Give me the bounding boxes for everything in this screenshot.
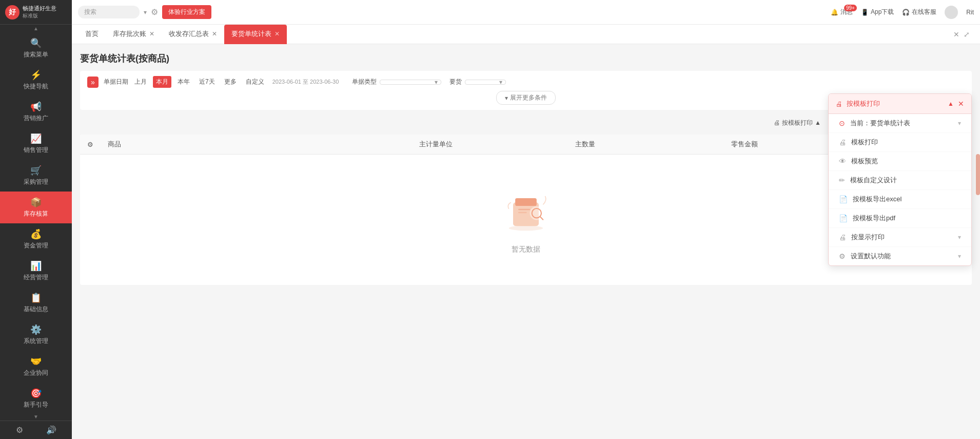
cart-icon: 🛒 — [30, 165, 42, 176]
tab-close-all-icon[interactable]: ✕ — [953, 30, 959, 39]
dropdown-template-pdf[interactable]: 📄 按模板导出pdf — [829, 209, 971, 228]
print-icon: 🖨 — [774, 119, 780, 126]
dropdown-template-excel[interactable]: 📄 按模板导出excel — [829, 190, 971, 209]
app-logo-icon: 好 — [5, 5, 19, 20]
display-print-arrow-icon: ▾ — [958, 234, 961, 241]
dropdown-current-inner: ⊙ 当前：要货单统计表 — [839, 119, 910, 128]
filter-last-month[interactable]: 上月 — [131, 76, 150, 88]
dropdown-template-preview[interactable]: 👁 模板预览 — [829, 152, 971, 171]
dropdown-display-print[interactable]: 🖨 按显示打印 ▾ — [829, 228, 971, 247]
topbar-gear-icon[interactable]: ⚙ — [151, 7, 158, 17]
tab-inventory-batch-close[interactable]: ✕ — [149, 30, 154, 37]
filter-current-year[interactable]: 本年 — [174, 76, 193, 88]
sidebar-nav: 🔍 搜索菜单 ⚡ 快捷导航 📢 营销推广 📈 销售管理 🛒 采购管理 📦 库存核… — [0, 32, 72, 413]
dropdown-template-print[interactable]: 🖨 模板打印 — [829, 133, 971, 152]
sidebar-item-enterprise[interactable]: 🤝 企业协同 — [0, 351, 72, 383]
excel-icon: 📄 — [839, 195, 848, 203]
phone-icon: 📱 — [861, 9, 869, 16]
sidebar-item-sales[interactable]: 📈 销售管理 — [0, 128, 72, 160]
sidebar-item-newguide[interactable]: 🎯 新手引导 — [0, 383, 72, 413]
empty-text: 暂无数据 — [512, 245, 540, 254]
app-label: App下载 — [871, 8, 894, 16]
sidebar-item-operation[interactable]: 📊 经营管理 — [0, 255, 72, 287]
right-scrollbar[interactable] — [976, 154, 980, 195]
app-name-block: 畅捷通好生意 标准版 — [23, 5, 56, 19]
sidebar-bottom: ⚙ 🔊 — [0, 421, 72, 439]
settings-bottom-icon[interactable]: ⚙ — [16, 425, 23, 435]
avatar[interactable] — [945, 6, 958, 19]
tab-label: 要货单统计表 — [231, 29, 271, 39]
main-area: 搜索 ▾ ⚙ 体验行业方案 🔔 消息 99+ 📱 App下载 🎧 在线客服 Ri… — [72, 0, 980, 439]
sidebar-item-inventory[interactable]: 📦 库存核算 — [0, 192, 72, 223]
printer-header-icon: 🖨 — [836, 100, 842, 108]
dropdown-popup-title: 🖨 按模板打印 — [836, 99, 880, 108]
tab-order-stats-close[interactable]: ✕ — [275, 30, 280, 37]
filter-expand-btn[interactable]: » — [87, 77, 99, 88]
service-label: 在线客服 — [912, 8, 936, 16]
chevron-down-icon: ▾ — [435, 79, 438, 86]
expand-more-btn[interactable]: ▾ 展开更多条件 — [496, 91, 556, 105]
topbar-msg[interactable]: 🔔 消息 99+ — [831, 8, 853, 16]
sidebar-item-purchase[interactable]: 🛒 采购管理 — [0, 160, 72, 192]
sidebar-item-system[interactable]: ⚙️ 系统管理 — [0, 319, 72, 351]
msg-badge: 99+ — [844, 5, 857, 11]
sidebar-item-basic[interactable]: 📋 基础信息 — [0, 287, 72, 319]
tab-resize-controls: ✕ ⤢ — [949, 30, 974, 39]
printer-icon: 🖨 — [839, 138, 846, 146]
filter-more-date[interactable]: 更多 — [221, 76, 240, 88]
filter-custom-date[interactable]: 自定义 — [243, 76, 267, 88]
industry-btn[interactable]: 体验行业方案 — [162, 5, 211, 19]
sidebar-item-finance[interactable]: 💰 资金管理 — [0, 223, 72, 255]
sidebar-item-quicknav[interactable]: ⚡ 快捷导航 — [0, 64, 72, 96]
pdf-icon: 📄 — [839, 214, 848, 222]
handshake-icon: 🤝 — [30, 356, 42, 367]
dropdown-set-default-inner: ⚙ 设置默认功能 — [839, 252, 891, 261]
filter-last7days[interactable]: 近7天 — [196, 76, 218, 88]
tab-collection-summary[interactable]: 收发存汇总表 ✕ — [162, 25, 224, 44]
app-version: 标准版 — [23, 12, 56, 20]
tab-collection-summary-close[interactable]: ✕ — [212, 30, 217, 37]
tab-home[interactable]: 首页 — [78, 25, 106, 44]
topbar-app-download[interactable]: 📱 App下载 — [861, 8, 894, 16]
topbar-right: 🔔 消息 99+ 📱 App下载 🎧 在线客服 Rit — [831, 6, 974, 19]
svg-point-0 — [509, 225, 543, 231]
tab-home-label: 首页 — [85, 29, 99, 39]
chart-icon: 📈 — [30, 133, 42, 144]
bar-chart-icon: 📊 — [30, 260, 42, 272]
col-unit-header: 主计量单位 — [419, 140, 575, 149]
col-settings-header[interactable]: ⚙ — [87, 141, 108, 148]
dropdown-close-icon[interactable]: ✕ — [958, 100, 964, 108]
sound-bottom-icon[interactable]: 🔊 — [46, 425, 56, 435]
print-btn[interactable]: 🖨 按模板打印 ▲ — [770, 117, 825, 129]
eye-icon: 👁 — [839, 157, 846, 165]
sidebar-item-label: 系统管理 — [24, 337, 48, 346]
filter-current-month[interactable]: 本月 — [153, 76, 171, 88]
sidebar: 好 畅捷通好生意 标准版 ▲ 🔍 搜索菜单 ⚡ 快捷导航 📢 营销推广 📈 销售… — [0, 0, 72, 439]
sidebar-scroll-down[interactable]: ▼ — [0, 413, 72, 421]
print-dropdown-popup: 🖨 按模板打印 ▲ ✕ ⊙ 当前：要货单统计表 ▾ 🖨 模板打印 — [828, 93, 972, 266]
dropdown-template-design[interactable]: ✏ 模板自定义设计 — [829, 171, 971, 190]
dropdown-set-default-label: 设置默认功能 — [851, 252, 891, 261]
sidebar-item-label: 库存核算 — [24, 209, 48, 218]
filter-type-select[interactable]: ▾ — [380, 80, 441, 85]
dropdown-template-pdf-label: 按模板导出pdf — [853, 214, 895, 223]
tab-order-stats[interactable]: 要货单统计表 ✕ — [224, 25, 287, 44]
tab-inventory-batch[interactable]: 库存批次账 ✕ — [106, 25, 162, 44]
topbar-service[interactable]: 🎧 在线客服 — [902, 8, 936, 16]
sidebar-scroll-up[interactable]: ▲ — [0, 25, 72, 32]
filter-yaohuo-select[interactable]: ▾ — [465, 80, 506, 85]
dropdown-template-print-label: 模板打印 — [851, 138, 878, 147]
sidebar-item-search[interactable]: 🔍 搜索菜单 — [0, 32, 72, 64]
topbar-dropdown-icon[interactable]: ▾ — [144, 9, 147, 16]
sidebar-item-marketing[interactable]: 📢 营销推广 — [0, 96, 72, 128]
svg-rect-6 — [518, 209, 530, 211]
topbar-search[interactable]: 搜索 — [78, 6, 140, 18]
dropdown-template-design-label: 模板自定义设计 — [850, 176, 897, 185]
dropdown-set-default[interactable]: ⚙ 设置默认功能 ▾ — [829, 247, 971, 265]
dropdown-current-item[interactable]: ⊙ 当前：要货单统计表 ▾ — [829, 114, 971, 133]
chevron-down-icon3: ▾ — [505, 94, 508, 102]
sidebar-item-label: 快捷导航 — [24, 82, 48, 91]
dropdown-collapse-icon[interactable]: ▲ — [948, 100, 954, 107]
print-label: 按模板打印 — [782, 119, 813, 127]
tab-maximize-icon[interactable]: ⤢ — [964, 30, 970, 39]
